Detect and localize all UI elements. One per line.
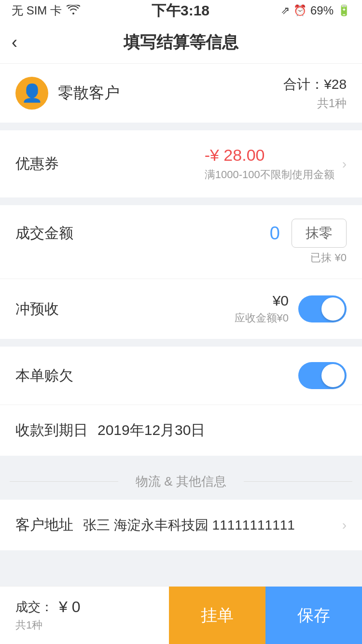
logistics-label: 物流 & 其他信息: [136, 473, 226, 490]
bottom-deal-label: 成交：: [15, 599, 53, 616]
address-chevron-icon: ›: [342, 518, 347, 533]
chevron-right-icon: ›: [342, 156, 347, 172]
duedate-section: 收款到期日 2019年12月30日: [0, 405, 362, 456]
amount-section: 成交金额 0 抹零 已抹 ¥0: [0, 205, 362, 279]
save-button[interactable]: 保存: [265, 587, 362, 644]
amount-row: 成交金额 0 抹零: [15, 219, 347, 248]
amount-right: 0 抹零: [270, 219, 347, 248]
hang-button[interactable]: 挂单: [169, 587, 265, 644]
coupon-right: -¥ 28.00 满1000-100不限制使用金额 ›: [205, 146, 347, 182]
prereceive-amounts: ¥0 应收金额¥0: [235, 293, 289, 325]
duedate-label: 收款到期日: [15, 420, 88, 440]
sim-label: 无 SIM 卡: [12, 3, 62, 18]
battery-label: 69%: [310, 4, 334, 17]
bottom-deal-amount: ¥ 0: [59, 598, 80, 616]
transaction-section: 成交金额 0 抹零 已抹 ¥0 冲预收 ¥0 应收金额¥0: [0, 205, 362, 339]
prereceive-main-amount: ¥0: [235, 293, 289, 309]
logistics-header: 物流 & 其他信息: [0, 463, 362, 500]
status-time: 下午3:18: [152, 1, 209, 21]
avatar: 👤: [15, 77, 48, 110]
bottom-count: 共1种: [15, 618, 153, 632]
customer-section: 👤 零散客户 合计：¥28 共1种: [0, 64, 362, 123]
logistics-line-right: [244, 481, 352, 482]
customer-row: 👤 零散客户 合计：¥28 共1种: [0, 64, 362, 123]
avatar-icon: 👤: [21, 83, 43, 103]
coupon-description: 满1000-100不限制使用金额: [205, 168, 334, 182]
nav-title: 填写结算等信息: [124, 31, 238, 54]
wifi-icon: [67, 4, 80, 17]
prereceive-label: 冲预收: [15, 299, 59, 319]
location-icon: ⇗: [281, 4, 290, 17]
total-count: 共1种: [283, 96, 347, 111]
prereceive-row: 冲预收 ¥0 应收金额¥0: [15, 293, 347, 325]
alarm-icon: ⏰: [293, 4, 306, 17]
coupon-value-wrap: -¥ 28.00 满1000-100不限制使用金额: [205, 146, 334, 182]
debt-toggle[interactable]: [298, 362, 347, 389]
battery-icon: 🔋: [337, 4, 350, 17]
coupon-label: 优惠券: [15, 154, 59, 174]
prereceive-right: ¥0 应收金额¥0: [235, 293, 347, 325]
debt-label: 本单赊欠: [15, 366, 73, 386]
prereceive-section: 冲预收 ¥0 应收金额¥0: [0, 279, 362, 339]
address-label: 客户地址: [15, 515, 73, 535]
duedate-row: 收款到期日 2019年12月30日: [15, 420, 347, 440]
address-value: 张三 海淀永丰科技园 11111111111: [83, 516, 342, 534]
coupon-section[interactable]: 优惠券 -¥ 28.00 满1000-100不限制使用金额 ›: [0, 130, 362, 197]
round-button[interactable]: 抹零: [292, 219, 347, 248]
customer-name: 零散客户: [58, 83, 120, 104]
address-row[interactable]: 客户地址 张三 海淀永丰科技园 11111111111 ›: [0, 500, 362, 550]
coupon-row[interactable]: 优惠券 -¥ 28.00 满1000-100不限制使用金额 ›: [0, 130, 362, 197]
address-section[interactable]: 客户地址 张三 海淀永丰科技园 11111111111 ›: [0, 500, 362, 550]
amount-value[interactable]: 0: [270, 223, 280, 244]
bottom-bar: 成交： ¥ 0 共1种 挂单 保存: [0, 586, 362, 644]
customer-left: 👤 零散客户: [15, 77, 120, 110]
debt-row-wrap: 本单赊欠: [0, 347, 362, 405]
amount-sub: 已抹 ¥0: [15, 251, 347, 265]
amount-label: 成交金额: [15, 224, 73, 243]
content: 👤 零散客户 合计：¥28 共1种 优惠券 -¥ 28.00 满1000-100…: [0, 64, 362, 644]
logistics-line-left: [10, 481, 118, 482]
nav-bar: ‹ 填写结算等信息: [0, 21, 362, 64]
prereceive-sub-amount: 应收金额¥0: [235, 311, 289, 325]
prereceive-toggle[interactable]: [298, 295, 347, 322]
duedate-value: 2019年12月30日: [97, 420, 205, 440]
bottom-deal: 成交： ¥ 0: [15, 598, 153, 616]
customer-total: 合计：¥28 共1种: [283, 75, 347, 111]
debt-section: 本单赊欠 收款到期日 2019年12月30日: [0, 347, 362, 456]
status-bar: 无 SIM 卡 下午3:18 ⇗ ⏰ 69% 🔋: [0, 0, 362, 21]
total-label: 合计：¥28: [283, 75, 347, 94]
coupon-value: -¥ 28.00: [205, 146, 334, 165]
bottom-info: 成交： ¥ 0 共1种: [0, 587, 169, 644]
debt-row: 本单赊欠: [15, 362, 347, 389]
back-button[interactable]: ‹: [12, 32, 17, 53]
status-left: 无 SIM 卡: [12, 3, 80, 18]
status-right: ⇗ ⏰ 69% 🔋: [281, 4, 350, 17]
